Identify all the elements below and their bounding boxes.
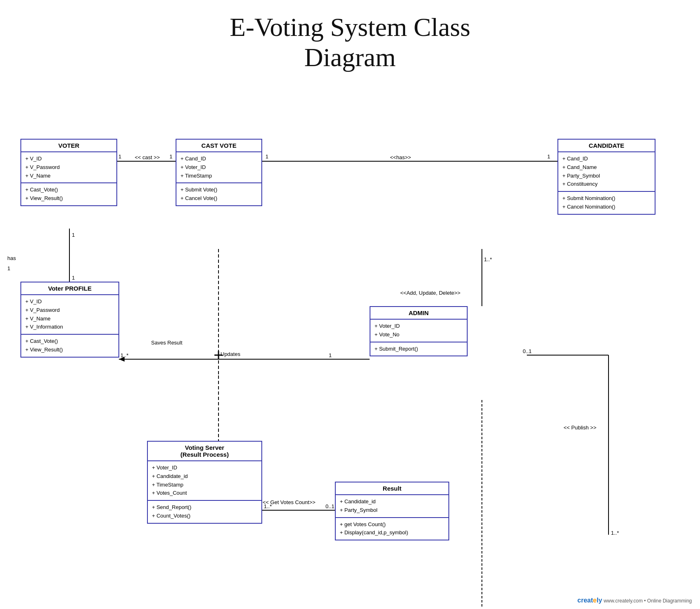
admin-methods: + Submit_Report() — [370, 342, 467, 356]
watermark: creately www.creately.com • Online Diagr… — [577, 597, 692, 604]
svg-text:1..*: 1..* — [484, 256, 492, 262]
label-voter-has: has — [7, 255, 16, 261]
label-add-update-delete: <<Add, Update, Delete>> — [400, 290, 460, 296]
admin-class: ADMIN + Voter_ID+ Vote_No + Submit_Repor… — [370, 306, 468, 356]
voter-attributes: + V_ID+ V_Password+ V_Name — [21, 152, 116, 183]
candidate-attributes: + Cand_ID+ Cand_Name+ Party_Symbol+ Cons… — [558, 152, 655, 192]
admin-title: ADMIN — [370, 307, 467, 320]
admin-attributes: + Voter_ID+ Vote_No — [370, 320, 467, 342]
cast-vote-methods: + Submit Vote()+ Cancel Vote() — [176, 183, 261, 205]
svg-text:1..*: 1..* — [120, 352, 129, 358]
svg-text:1: 1 — [72, 232, 75, 238]
svg-marker-11 — [119, 357, 125, 362]
svg-text:1: 1 — [547, 153, 550, 160]
label-updates: Updates — [221, 351, 240, 357]
voting-server-attributes: + Voter_ID+ Candidate_id+ TimeStamp+ Vot… — [148, 461, 261, 501]
watermark-text: www.creately.com • Online Diagramming — [604, 598, 692, 604]
candidate-title: CANDIDATE — [558, 140, 655, 152]
result-title: Result — [336, 482, 448, 495]
cast-vote-class: CAST VOTE + Cand_ID+ Voter_ID+ TimeStamp… — [176, 139, 262, 206]
voter-profile-attributes: + V_ID+ V_Password+ V_Name+ V_Informatio… — [21, 295, 118, 335]
result-attributes: + Candidate_id+ Party_Symbol — [336, 495, 448, 518]
voter-methods: + Cast_Vote()+ View_Result() — [21, 183, 116, 205]
voter-profile-title: Voter PROFILE — [21, 282, 118, 295]
voter-title: VOTER — [21, 140, 116, 152]
creately-logo: creately — [577, 597, 602, 604]
svg-text:1: 1 — [118, 153, 121, 160]
label-saves-result: Saves Result — [151, 340, 183, 346]
label-voter-one: 1 — [7, 265, 10, 271]
label-publish: << Publish >> — [564, 425, 596, 431]
cast-vote-title: CAST VOTE — [176, 140, 261, 152]
svg-text:1: 1 — [329, 352, 332, 358]
cast-vote-attributes: + Cand_ID+ Voter_ID+ TimeStamp — [176, 152, 261, 183]
result-class: Result + Candidate_id+ Party_Symbol + ge… — [335, 482, 449, 540]
svg-text:1: 1 — [72, 275, 75, 281]
svg-text:0..1: 0..1 — [523, 348, 532, 354]
svg-text:1: 1 — [169, 153, 172, 160]
voting-server-methods: + Send_Report()+ Count_Votes() — [148, 501, 261, 523]
voting-server-title: Voting Server(Result Process) — [148, 442, 261, 461]
label-get-votes: << Get Votes Count>> — [263, 499, 315, 505]
label-cast: << cast >> — [135, 154, 160, 160]
result-methods: + get Votes Count()+ Display(cand_id,p_s… — [336, 518, 448, 540]
voter-profile-methods: + Cast_Vote()+ View_Result() — [21, 335, 118, 357]
page-title: E-Voting System ClassDiagram — [0, 0, 700, 80]
svg-text:1..*: 1..* — [611, 530, 619, 536]
voting-server-class: Voting Server(Result Process) + Voter_ID… — [147, 441, 262, 524]
label-has: <<has>> — [390, 154, 411, 160]
voter-class: VOTER + V_ID+ V_Password+ V_Name + Cast_… — [20, 139, 117, 206]
candidate-class: CANDIDATE + Cand_ID+ Cand_Name+ Party_Sy… — [557, 139, 655, 215]
svg-text:0..1: 0..1 — [325, 503, 334, 509]
svg-text:1: 1 — [265, 153, 268, 160]
voter-profile-class: Voter PROFILE + V_ID+ V_Password+ V_Name… — [20, 282, 119, 358]
candidate-methods: + Submit Nomination()+ Cancel Nomination… — [558, 192, 655, 214]
